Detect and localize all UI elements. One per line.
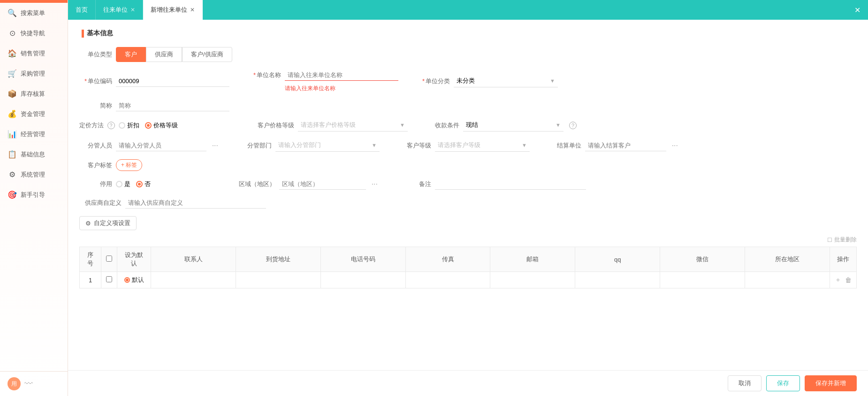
row-default: 默认 [117,272,151,288]
row-email[interactable] [490,272,575,288]
pricing-row: 定价方法 ? 折扣 价格等级 客户价格等级 请选择客户价 [79,119,857,132]
tab-new-trade-unit-close[interactable]: ✕ [190,7,195,13]
customer-price-level-select[interactable]: 请选择客户价格等级 ▼ [298,119,408,132]
settlement-unit-more-icon[interactable]: ··· [670,141,680,150]
sidebar-item-purchase[interactable]: 🛒 采购管理 [0,63,68,84]
row-region[interactable] [745,272,830,288]
row-wechat[interactable] [660,272,745,288]
close-all-tabs-button[interactable]: ✕ [847,0,868,20]
footer-bar: 取消 保存 保存并新增 [68,370,868,396]
custom-settings-button[interactable]: ⚙ 自定义项设置 [79,216,137,230]
unit-type-customer-button[interactable]: 客户 [116,47,146,62]
supplier-custom-label: 供应商自定义 [79,199,122,207]
pricing-radio-group: 折扣 价格等级 [119,121,178,130]
sidebar: 🔍 搜索菜单 ⊙ 快捷导航 🏠 销售管理 🛒 采购管理 📦 库存核算 💰 资金管… [0,0,68,396]
short-name-group: 简称 [79,100,229,111]
row-contact[interactable] [151,272,236,288]
disabled-no-radio[interactable]: 否 [136,180,151,188]
region-more-icon[interactable]: ··· [370,180,380,188]
discount-label: 折扣 [127,121,139,130]
cancel-button[interactable]: 取消 [728,375,761,391]
sidebar-item-operations[interactable]: 📊 经营管理 [0,124,68,144]
unit-category-label: *单位分类 [417,77,450,85]
pricing-discount-radio[interactable]: 折扣 [119,121,139,130]
row-qq[interactable] [575,272,660,288]
sidebar-item-basic-info[interactable]: 📋 基础信息 [0,144,68,164]
disabled-yes-radio[interactable]: 是 [116,180,130,188]
phone-input[interactable] [326,277,401,284]
sidebar-item-inventory[interactable]: 📦 库存核算 [0,84,68,104]
email-input[interactable] [495,277,570,284]
department-group: 分管部门 请输入分管部门 ▼ [239,139,380,152]
sidebar-item-sales[interactable]: 🏠 销售管理 [0,43,68,63]
add-tag-label: + 标签 [121,161,137,169]
tab-home[interactable]: 首页 [68,0,96,20]
unit-type-label: 单位类型 [79,50,112,59]
qq-input[interactable] [580,277,655,284]
add-tag-button[interactable]: + 标签 [116,159,142,171]
sidebar-item-quick-nav[interactable]: ⊙ 快捷导航 [0,23,68,43]
unit-type-row: 单位类型 客户 供应商 客户/供应商 [79,47,857,62]
delete-row-button[interactable]: 🗑 [845,276,852,284]
settlement-unit-input[interactable] [585,140,666,151]
sidebar-item-label: 基础信息 [21,150,45,159]
unit-type-supplier-button[interactable]: 供应商 [146,47,182,62]
row-fax[interactable] [405,272,490,288]
col-no: 序号 [80,247,101,272]
col-check [101,247,117,272]
sidebar-item-search[interactable]: 🔍 搜索菜单 [0,3,68,23]
save-button[interactable]: 保存 [766,375,800,391]
department-placeholder: 请输入分管部门 [278,141,321,149]
tab-new-trade-unit-label: 新增往来单位 [151,6,187,14]
remarks-input[interactable] [435,179,586,190]
payment-terms-select[interactable]: 现结 ▼ [463,119,563,132]
tab-trade-units-close[interactable]: ✕ [130,7,135,13]
unit-code-label: *单位编码 [79,77,112,85]
save-and-new-button[interactable]: 保存并新增 [805,375,857,391]
sidebar-bottom: 用 〰 [0,371,68,396]
fax-input[interactable] [411,277,486,284]
sidebar-item-finance[interactable]: 💰 资金管理 [0,104,68,124]
short-name-input[interactable] [116,100,229,111]
unit-category-select[interactable]: 未分类 ▼ [454,75,558,87]
customer-level-select[interactable]: 请选择客户等级 ▼ [435,139,530,152]
unit-category-group: *单位分类 未分类 ▼ [417,75,558,87]
row-checkbox[interactable] [106,276,112,282]
supervisor-input[interactable] [116,140,206,151]
payment-help-icon[interactable]: ? [569,122,577,129]
guide-icon: 🎯 [8,190,17,199]
level-radio-circle [145,122,152,129]
tab-new-trade-unit[interactable]: 新增往来单位 ✕ [143,0,203,20]
customer-tag-label: 客户标签 [79,161,112,170]
batch-delete-button[interactable]: ☐ 批量删除 [827,236,857,244]
unit-name-input[interactable] [285,70,398,81]
select-all-checkbox[interactable] [106,256,112,262]
pricing-help-icon[interactable]: ? [107,122,115,129]
region-input[interactable] [750,277,825,284]
unit-type-both-button[interactable]: 客户/供应商 [182,47,232,62]
sidebar-item-system[interactable]: ⚙ 系统管理 [0,164,68,185]
section-title: 基本信息 [87,29,113,38]
add-row-button[interactable]: ＋ [835,276,841,284]
unit-code-input[interactable] [116,76,229,87]
unit-name-label: *单位名称 [248,71,281,79]
sidebar-item-guide[interactable]: 🎯 新手引导 [0,185,68,205]
tab-trade-units[interactable]: 往来单位 ✕ [96,0,143,20]
supplier-custom-input[interactable] [125,197,266,209]
supplier-custom-row: 供应商自定义 [79,197,857,209]
region-input[interactable] [279,179,366,190]
row-address[interactable] [236,272,320,288]
disabled-no-circle [136,181,143,187]
supervisor-more-icon[interactable]: ··· [210,141,220,150]
sales-icon: 🏠 [8,49,17,58]
content-area: ▐ 基本信息 单位类型 客户 供应商 客户/供应商 *单位编码 [68,20,868,370]
department-select[interactable]: 请输入分管部门 ▼ [275,139,380,152]
contact-input[interactable] [156,277,231,284]
row-phone[interactable] [320,272,405,288]
search-icon: 🔍 [8,8,17,17]
address-input[interactable] [241,277,316,284]
customer-tag-group: 客户标签 + 标签 [79,159,857,171]
wechat-input[interactable] [665,277,740,284]
pricing-level-radio[interactable]: 价格等级 [145,121,178,130]
customer-price-level-placeholder: 请选择客户价格等级 [301,121,356,129]
